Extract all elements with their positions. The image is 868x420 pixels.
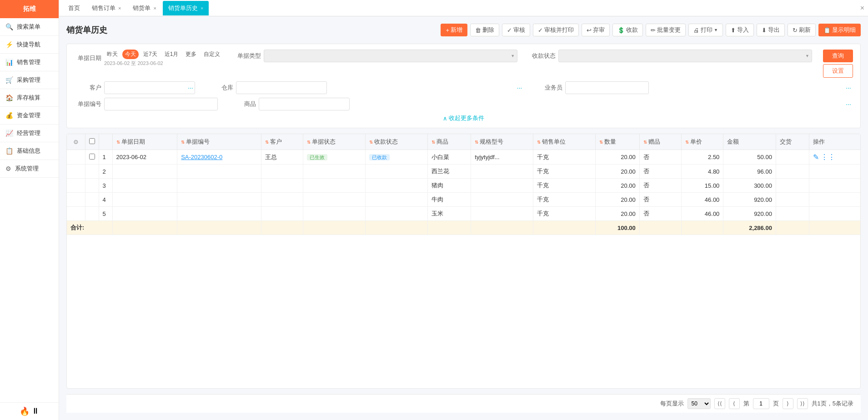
th-doc-no[interactable]: ⇅ 单据编号 bbox=[177, 134, 261, 150]
batch-change-icon: ✏ bbox=[651, 27, 656, 34]
date-tab-more[interactable]: 更多 bbox=[183, 50, 199, 59]
more-action[interactable]: ⋮⋮ bbox=[821, 153, 835, 161]
date-tab-last1month[interactable]: 近1月 bbox=[162, 50, 181, 59]
sidebar-item-finance-mgmt[interactable]: 💰 资金管理 bbox=[0, 107, 59, 125]
filter-settings-button[interactable]: 设置 bbox=[823, 64, 853, 78]
app-logo: 拓维 bbox=[0, 0, 59, 18]
sidebar-item-label: 采购管理 bbox=[17, 76, 40, 84]
pause-icon[interactable]: ⏸ bbox=[31, 406, 40, 416]
delete-label: 删除 bbox=[482, 26, 494, 34]
summary-spacer bbox=[365, 221, 427, 235]
sidebar-item-purchase-mgmt[interactable]: 🛒 采购管理 bbox=[0, 71, 59, 89]
cell-doc-no bbox=[177, 193, 261, 207]
cell-amount: 920.00 bbox=[723, 207, 776, 221]
audit-button[interactable]: ✓ 审核 bbox=[502, 24, 530, 36]
quick-nav-icon: ⚡ bbox=[5, 41, 13, 48]
cell-seq: 2 bbox=[99, 165, 112, 179]
th-spec[interactable]: ⇅ 规格型号 bbox=[471, 134, 533, 150]
print-dropdown-icon: ▼ bbox=[714, 28, 718, 32]
doc-no-link[interactable]: SA-20230602-0 bbox=[181, 154, 222, 160]
th-sales-unit[interactable]: ⇅ 销售单位 bbox=[533, 134, 596, 150]
customer-dots-button[interactable]: ··· bbox=[188, 84, 193, 91]
per-page-select[interactable]: 50 100 200 bbox=[687, 398, 711, 409]
salesperson-dots-button[interactable]: ··· bbox=[846, 84, 851, 91]
first-page-button[interactable]: ⟨⟨ bbox=[714, 398, 725, 409]
query-button[interactable]: 查询 bbox=[823, 50, 853, 62]
date-tab-yesterday[interactable]: 昨天 bbox=[104, 50, 120, 59]
th-unit-price[interactable]: ⇅ 单价 bbox=[682, 134, 723, 150]
import-button[interactable]: ⬆ 导入 bbox=[726, 24, 754, 36]
tab-home[interactable]: 首页 bbox=[63, 1, 85, 15]
table-row: 2 西兰花 千克 20.00 否 4.80 96.00 bbox=[67, 165, 860, 179]
table-row: 3 猪肉 千克 20.00 否 15.00 300.00 bbox=[67, 179, 860, 193]
sidebar-item-inventory-calc[interactable]: 🏠 库存核算 bbox=[0, 89, 59, 107]
date-tab-today[interactable]: 今天 bbox=[122, 50, 139, 59]
print-button[interactable]: 🖨 打印 ▼ bbox=[688, 24, 723, 36]
payment-status-select[interactable] bbox=[558, 50, 812, 62]
delete-button[interactable]: 🗑 删除 bbox=[470, 24, 499, 36]
th-quantity[interactable]: ⇅ 数量 bbox=[595, 134, 639, 150]
new-button[interactable]: + 新增 bbox=[441, 24, 467, 36]
warehouse-input[interactable] bbox=[236, 81, 327, 94]
cell-seq: 3 bbox=[99, 179, 112, 193]
close-all-tabs[interactable]: × bbox=[860, 4, 864, 12]
tab-sales-order-close[interactable]: × bbox=[118, 5, 121, 11]
tab-sales-history-label: 销货单历史 bbox=[168, 4, 198, 12]
sort-icon: ⇅ bbox=[431, 140, 435, 145]
tab-sales-delivery[interactable]: 销货单 × bbox=[127, 1, 161, 15]
collect-button[interactable]: 💲 收款 bbox=[612, 24, 643, 36]
th-customer[interactable]: ⇅ 客户 bbox=[261, 134, 303, 150]
sidebar-item-system-mgmt[interactable]: ⚙ 系统管理 bbox=[0, 160, 59, 178]
audit-print-button[interactable]: ✓ 审核并打印 bbox=[533, 24, 579, 36]
page-input[interactable] bbox=[753, 398, 769, 409]
tab-sales-order[interactable]: 销售订单 × bbox=[86, 1, 126, 15]
table-settings-icon[interactable]: ⚙ bbox=[73, 139, 79, 145]
cell-doc-status bbox=[303, 207, 366, 221]
export-button[interactable]: ⬇ 导出 bbox=[757, 24, 785, 36]
th-payment-status[interactable]: ⇅ 收款状态 bbox=[365, 134, 427, 150]
tab-sales-delivery-close[interactable]: × bbox=[153, 5, 156, 11]
customer-input[interactable] bbox=[104, 81, 195, 94]
sidebar-item-sales-mgmt[interactable]: 📊 销售管理 bbox=[0, 54, 59, 71]
tab-sales-history[interactable]: 销货单历史 × bbox=[163, 1, 209, 15]
product-input[interactable] bbox=[259, 98, 350, 110]
tab-home-label: 首页 bbox=[68, 4, 80, 12]
summary-total-quantity: 100.00 bbox=[595, 221, 639, 235]
sidebar-item-quick-nav[interactable]: ⚡ 快捷导航 bbox=[0, 36, 59, 54]
select-all-checkbox[interactable] bbox=[89, 138, 95, 144]
row-checkbox[interactable] bbox=[89, 154, 95, 160]
customer-filter: 客户 ··· bbox=[74, 81, 195, 94]
sidebar-item-search-menu[interactable]: 🔍 搜索菜单 bbox=[0, 18, 59, 36]
last-page-button[interactable]: ⟩⟩ bbox=[797, 398, 808, 409]
salesperson-label: 业务员 bbox=[535, 84, 562, 92]
prev-page-button[interactable]: ⟨ bbox=[729, 398, 740, 409]
summary-row: 合计: 100.00 2,286.00 bbox=[67, 221, 860, 235]
sidebar-item-operations-mgmt[interactable]: 📈 经营管理 bbox=[0, 125, 59, 142]
batch-change-button[interactable]: ✏ 批量变更 bbox=[646, 24, 686, 36]
type-select[interactable] bbox=[264, 50, 517, 62]
next-page-button[interactable]: ⟩ bbox=[783, 398, 793, 409]
warehouse-dots-button[interactable]: ··· bbox=[517, 84, 522, 91]
collapse-button[interactable]: ∧ 收起更多条件 bbox=[443, 114, 484, 122]
doc-no-input[interactable] bbox=[104, 98, 218, 110]
th-doc-status[interactable]: ⇅ 单据状态 bbox=[303, 134, 366, 150]
cell-gift: 否 bbox=[639, 179, 681, 193]
salesperson-input[interactable] bbox=[565, 81, 649, 94]
date-tab-custom[interactable]: 自定义 bbox=[201, 50, 223, 59]
edit-action[interactable]: ✎ bbox=[813, 153, 819, 161]
th-date[interactable]: ⇅ 单据日期 bbox=[112, 134, 177, 150]
th-product[interactable]: ⇅ 商品 bbox=[427, 134, 471, 150]
summary-spacer bbox=[261, 221, 303, 235]
show-details-button[interactable]: 📋 显示明细 bbox=[818, 24, 861, 36]
sidebar-item-basic-info[interactable]: 📋 基础信息 bbox=[0, 142, 59, 160]
sidebar-item-label: 资金管理 bbox=[17, 111, 40, 120]
customer-label: 客户 bbox=[74, 84, 101, 92]
date-tab-last7days[interactable]: 近7天 bbox=[140, 50, 160, 59]
th-settings[interactable]: ⚙ bbox=[67, 134, 85, 150]
tab-sales-history-close[interactable]: × bbox=[201, 5, 203, 11]
abandon-button[interactable]: ↩ 弃审 bbox=[582, 24, 610, 36]
product-dots-button[interactable]: ··· bbox=[846, 100, 851, 108]
th-gift[interactable]: ⇅ 赠品 bbox=[639, 134, 681, 150]
fire-icon[interactable]: 🔥 bbox=[20, 406, 30, 416]
refresh-button[interactable]: ↻ 刷新 bbox=[788, 24, 816, 36]
